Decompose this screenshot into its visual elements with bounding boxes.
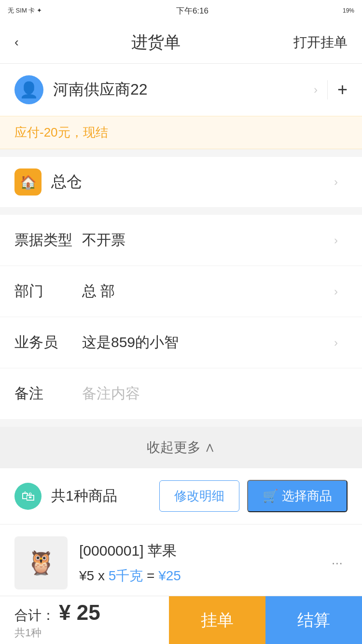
form-section: 票据类型 不开票 › 部门 总 部 › 业务员 这是859的小智 › 备注 备注… [0,215,362,419]
open-pending-button[interactable]: 打开挂单 [293,33,348,52]
products-icon: 🛍 [21,488,35,504]
footer: 合计： ¥ 25 共1种 挂单 结算 [0,596,362,644]
collapse-more-button[interactable]: 收起更多 ∧ [0,427,362,468]
add-supplier-button[interactable]: + [337,80,348,100]
supplier-section: 👤 河南供应商22 › + 应付-20元，现结 [0,64,362,149]
multiply-sign: x [98,568,109,583]
settle-button[interactable]: 结算 [265,596,362,644]
product-more-button[interactable]: ··· [327,550,348,575]
status-bar: 无 SIM 卡 ✦ 下午6:16 19% [0,0,362,21]
select-product-label: 选择商品 [282,488,332,504]
department-row[interactable]: 部门 总 部 › [0,266,362,317]
person-icon: 👤 [19,81,39,99]
owl-icon: 🦉 [27,549,56,576]
products-header: 🛍 共1种商品 修改明细 🛒 选择商品 [0,468,362,524]
product-name: [0000001] 苹果 [79,541,327,561]
product-title: 苹果 [148,543,177,559]
product-thumbnail: 🦉 [14,536,68,589]
status-signal: 无 SIM 卡 ✦ [8,6,42,15]
remark-input[interactable]: 备注内容 [82,384,348,404]
total-sub: 共1种 [14,626,154,640]
supplier-avatar: 👤 [14,75,43,104]
salesperson-label: 业务员 [14,333,82,352]
department-label: 部门 [14,281,82,301]
footer-total: 合计： ¥ 25 共1种 [0,601,169,640]
chevron-right-icon: › [334,336,338,350]
hold-button[interactable]: 挂单 [169,596,265,644]
warehouse-row[interactable]: 🏠 总仓 › [0,157,362,207]
warehouse-icon-wrap: 🏠 [14,168,42,196]
warehouse-icon: 🏠 [20,174,37,190]
status-battery: 19% [343,7,354,14]
invoice-label: 票据类型 [14,230,82,250]
select-product-button[interactable]: 🛒 选择商品 [247,480,348,512]
product-code: [0000001] [79,543,143,559]
products-count: 共1种商品 [51,486,159,506]
chevron-right-icon: › [334,285,338,298]
product-info: [0000001] 苹果 ¥5 x 5千克 = ¥25 [79,541,327,585]
invoice-value: 不开票 [82,230,334,250]
product-quantity: 5千克 [109,568,143,583]
back-button[interactable]: ‹ [14,35,19,50]
product-item: 🦉 [0000001] 苹果 ¥5 x 5千克 = ¥25 ··· [0,525,362,601]
equals-sign: = [147,568,158,583]
supplier-row[interactable]: 👤 河南供应商22 › + [0,64,362,116]
products-icon-wrap: 🛍 [14,483,42,510]
remark-row[interactable]: 备注 备注内容 [0,368,362,419]
remark-label: 备注 [14,384,82,404]
nav-bar: ‹ 进货单 打开挂单 [0,21,362,64]
salesperson-row[interactable]: 业务员 这是859的小智 › [0,317,362,368]
status-time: 下午6:16 [176,5,209,16]
notice-bar: 应付-20元，现结 [0,116,362,149]
warehouse-name: 总仓 [51,171,334,193]
chevron-right-icon: › [334,234,338,247]
main-content: 👤 河南供应商22 › + 应付-20元，现结 🏠 总仓 › 票据类型 不开票 … [0,64,362,644]
page-title: 进货单 [131,31,181,54]
total-amount: ¥ 25 [59,601,100,625]
supplier-name: 河南供应商22 [53,79,314,100]
product-price: ¥5 x 5千克 = ¥25 [79,567,327,585]
divider [327,80,328,99]
modify-detail-button[interactable]: 修改明细 [159,480,239,512]
chevron-right-icon: › [314,83,318,97]
invoice-row[interactable]: 票据类型 不开票 › [0,215,362,266]
salesperson-value: 这是859的小智 [82,333,334,352]
chevron-right-icon: › [334,175,338,189]
department-value: 总 部 [82,281,334,301]
footer-total-main: 合计： ¥ 25 [14,601,154,625]
product-unit-price: ¥5 [79,568,94,583]
product-total: ¥25 [158,568,181,583]
cart-icon: 🛒 [263,489,278,504]
total-label: 合计： [14,606,55,625]
